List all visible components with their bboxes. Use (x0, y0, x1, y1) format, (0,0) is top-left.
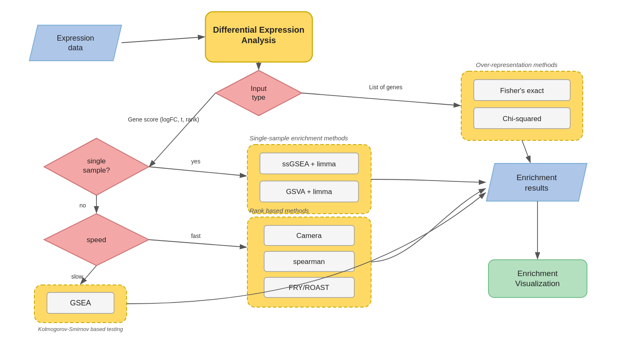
svg-text:Kolmogorov-Smirnov based testi: Kolmogorov-Smirnov based testing (38, 326, 123, 332)
svg-text:no: no (79, 202, 86, 209)
input-type-node: Input type (216, 70, 302, 116)
svg-text:Gene score (logFC, t, rank): Gene score (logFC, t, rank) (128, 116, 199, 123)
svg-line-52 (149, 167, 247, 176)
svg-text:fast: fast (191, 233, 201, 239)
svg-text:GSEA: GSEA (70, 299, 91, 307)
enrichment-results-node: Enrichment results (486, 163, 587, 201)
svg-text:data: data (68, 44, 83, 52)
svg-line-60 (522, 140, 530, 163)
svg-text:Camera: Camera (296, 232, 322, 240)
flowchart-svg: Expression data Differential Expression … (0, 0, 644, 362)
svg-line-46 (122, 37, 205, 43)
single-sample-node: single sample? (44, 138, 149, 195)
svg-text:speed: speed (87, 236, 106, 244)
svg-text:Fisher's exact: Fisher's exact (500, 87, 544, 95)
svg-text:Visualization: Visualization (515, 279, 560, 288)
svg-text:FRY/ROAST: FRY/ROAST (289, 284, 330, 292)
svg-text:single: single (87, 157, 106, 165)
svg-text:Input: Input (251, 85, 267, 93)
svg-rect-43 (488, 260, 587, 297)
svg-line-48 (149, 93, 216, 167)
flowchart-canvas: Expression data Differential Expression … (0, 0, 644, 362)
svg-text:List of genes: List of genes (369, 84, 402, 90)
svg-text:results: results (525, 184, 548, 192)
svg-text:spearman: spearman (293, 258, 325, 266)
svg-text:Single-sample enrichment metho: Single-sample enrichment methods (249, 134, 348, 142)
svg-text:Enrichment: Enrichment (517, 269, 558, 278)
svg-text:yes: yes (191, 158, 200, 165)
dea-node: Differential Expression Analysis (205, 12, 312, 62)
svg-text:Rank based methods: Rank based methods (249, 207, 309, 214)
speed-node: speed (44, 214, 149, 266)
svg-text:Expression: Expression (57, 34, 94, 42)
sse-group-node: Single-sample enrichment methods ssGSEA … (247, 134, 371, 214)
svg-line-56 (149, 240, 247, 247)
svg-text:Chi-squared: Chi-squared (503, 115, 542, 123)
gsea-group-node: GSEA Kolmogorov-Smirnov based testing (34, 285, 127, 332)
svg-text:slow: slow (71, 273, 83, 280)
svg-text:Enrichment: Enrichment (517, 173, 557, 182)
svg-marker-2 (29, 25, 122, 61)
svg-text:ssGSEA + limma: ssGSEA + limma (282, 160, 336, 168)
svg-text:GSVA + limma: GSVA + limma (286, 188, 332, 196)
svg-text:sample?: sample? (83, 166, 110, 174)
svg-text:Over-representation methods: Over-representation methods (476, 61, 558, 68)
svg-text:type: type (252, 93, 265, 101)
ora-group-node: Over-representation methods Fisher's exa… (461, 61, 583, 140)
svg-marker-8 (216, 70, 302, 116)
enrichment-viz-node: Enrichment Visualization (488, 260, 587, 297)
svg-line-50 (302, 93, 460, 106)
svg-text:Analysis: Analysis (242, 36, 276, 45)
svg-text:Differential Expression: Differential Expression (213, 25, 304, 34)
expression-data-node: Expression data (29, 25, 122, 61)
svg-marker-40 (486, 163, 587, 201)
